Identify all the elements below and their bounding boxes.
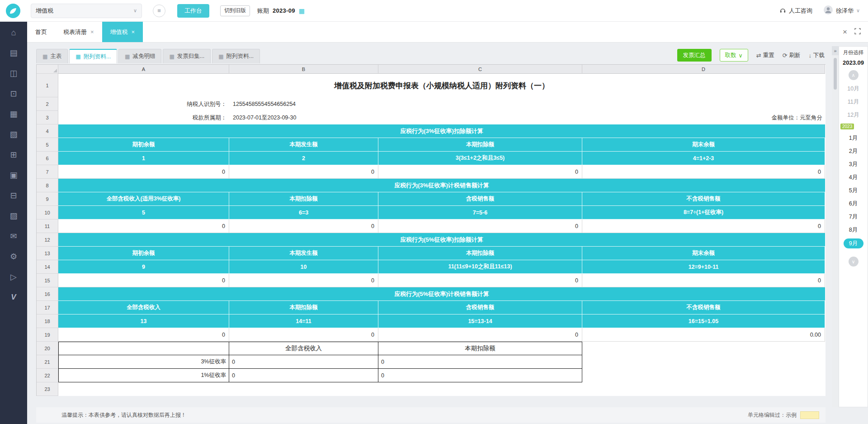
workbench-button[interactable]: 工作台 bbox=[177, 4, 209, 18]
row-number[interactable]: 22 bbox=[37, 369, 58, 382]
sidebar-item-invoices[interactable]: ⊟ bbox=[5, 190, 22, 201]
month-item[interactable]: 8月 bbox=[849, 225, 858, 234]
support-link[interactable]: 人工咨询 bbox=[779, 7, 812, 15]
column-header-c[interactable]: C bbox=[378, 65, 582, 74]
sub-table-value-cell[interactable]: 0 bbox=[378, 355, 582, 369]
month-item[interactable]: 3月 bbox=[849, 160, 858, 169]
value-cell[interactable]: 0 bbox=[582, 274, 825, 287]
value-cell[interactable]: 0 bbox=[582, 165, 825, 179]
row-number[interactable]: 19 bbox=[37, 328, 58, 342]
row-number[interactable]: 12 bbox=[37, 233, 58, 247]
month-item[interactable]: 4月 bbox=[849, 173, 858, 182]
row-number[interactable]: 7 bbox=[37, 165, 58, 179]
fullscreen-icon[interactable] bbox=[854, 28, 861, 36]
sidebar-item-company[interactable]: ▦ bbox=[5, 109, 22, 119]
value-cell[interactable]: 0 bbox=[378, 328, 582, 342]
close-icon[interactable]: × bbox=[90, 29, 94, 35]
row-number[interactable]: 3 bbox=[37, 111, 58, 124]
scroll-up-icon[interactable]: ∧ bbox=[849, 70, 859, 80]
value-cell[interactable]: 0 bbox=[229, 219, 378, 233]
value-cell[interactable]: 0 bbox=[229, 328, 378, 342]
column-header-a[interactable]: A bbox=[58, 65, 229, 74]
sub-table-value-cell[interactable]: 0 bbox=[229, 369, 378, 382]
tab-vat[interactable]: 增值税 × bbox=[102, 22, 143, 42]
row-number[interactable]: 4 bbox=[37, 124, 58, 138]
calendar-icon[interactable]: ▦ bbox=[299, 7, 305, 14]
refresh-button[interactable]: ⟳ 刷新 bbox=[783, 52, 801, 59]
value-cell[interactable]: 0 bbox=[58, 274, 229, 287]
row-number[interactable]: 11 bbox=[37, 219, 58, 233]
row-number[interactable]: 1 bbox=[37, 74, 58, 97]
sidebar-item-messages[interactable]: ✉ bbox=[5, 231, 22, 242]
invoice-summary-button[interactable]: 发票汇总 bbox=[677, 49, 712, 62]
sheet-tab-invoice-collect[interactable]: ▦ 发票归集... bbox=[163, 49, 211, 63]
row-number[interactable]: 15 bbox=[37, 274, 58, 287]
value-cell[interactable]: 0 bbox=[229, 165, 378, 179]
sidebar-item-ledger[interactable]: ▧ bbox=[5, 129, 22, 140]
download-button[interactable]: ↓ 下载 bbox=[809, 52, 825, 59]
sidebar-item-tax[interactable]: ⊞ bbox=[5, 149, 22, 160]
sub-table-value-cell[interactable]: 0 bbox=[378, 369, 582, 382]
row-number[interactable]: 16 bbox=[37, 287, 58, 301]
column-header-d[interactable]: D bbox=[582, 65, 825, 74]
row-number[interactable]: 6 bbox=[37, 152, 58, 165]
column-header-b[interactable]: B bbox=[229, 65, 378, 74]
month-item[interactable]: 11月 bbox=[848, 97, 859, 106]
row-number[interactable]: 23 bbox=[37, 382, 58, 396]
row-number[interactable]: 8 bbox=[37, 179, 58, 192]
row-number[interactable]: 14 bbox=[37, 260, 58, 274]
row-number[interactable]: 9 bbox=[37, 192, 58, 206]
month-item[interactable]: 12月 bbox=[847, 110, 859, 119]
value-cell[interactable]: 0.00 bbox=[582, 328, 825, 342]
value-cell[interactable]: 0 bbox=[582, 219, 825, 233]
sheet-tab-main[interactable]: ▦ 主表 bbox=[36, 49, 68, 63]
row-number[interactable]: 17 bbox=[37, 301, 58, 314]
value-cell[interactable]: 0 bbox=[229, 274, 378, 287]
month-item[interactable]: 2月 bbox=[849, 147, 858, 156]
task-list-icon[interactable]: ≡ bbox=[153, 5, 165, 17]
close-icon[interactable]: × bbox=[132, 29, 135, 35]
sidebar-brand-icon[interactable]: V bbox=[5, 292, 22, 303]
sidebar-item-documents[interactable]: ▨ bbox=[5, 210, 22, 221]
fetch-data-button[interactable]: 取数 ∨ bbox=[720, 49, 748, 62]
sidebar-item-tutorials[interactable]: ▷ bbox=[5, 272, 22, 282]
row-number[interactable]: 21 bbox=[37, 355, 58, 369]
sub-table-value-cell[interactable]: 0 bbox=[229, 355, 378, 369]
period-value[interactable]: 2023-09 bbox=[273, 7, 295, 14]
collapse-panel-icon[interactable]: » bbox=[832, 46, 839, 55]
sidebar-item-funds[interactable]: ⊡ bbox=[5, 88, 22, 99]
month-item[interactable]: 10月 bbox=[847, 84, 859, 93]
sidebar-item-billing[interactable]: ▤ bbox=[5, 48, 22, 58]
value-cell[interactable]: 0 bbox=[58, 165, 229, 179]
sidebar-item-assets[interactable]: ▣ bbox=[5, 170, 22, 181]
sidebar-item-settings[interactable]: ⚙ bbox=[5, 251, 22, 262]
value-cell[interactable]: 0 bbox=[378, 219, 582, 233]
module-select[interactable]: 增值税 ∨ bbox=[31, 4, 142, 18]
reset-button[interactable]: ⇄ 重置 bbox=[756, 52, 774, 59]
select-all-corner[interactable] bbox=[37, 65, 58, 74]
scroll-down-icon[interactable]: ∨ bbox=[849, 257, 859, 267]
month-item[interactable]: 5月 bbox=[849, 186, 858, 195]
row-number[interactable]: 18 bbox=[37, 314, 58, 328]
value-cell[interactable]: 0 bbox=[58, 219, 229, 233]
value-cell[interactable]: 0 bbox=[378, 165, 582, 179]
tab-tax-list[interactable]: 税表清册 × bbox=[55, 22, 102, 42]
app-logo-icon[interactable] bbox=[5, 3, 21, 19]
sidebar-item-home[interactable]: ⌂ bbox=[5, 27, 22, 38]
row-number[interactable]: 2 bbox=[37, 97, 58, 111]
sheet-tab-appendix2[interactable]: ▦ 附列资料... bbox=[212, 49, 260, 63]
sheet-tab-reduction[interactable]: ▦ 减免明细 bbox=[118, 49, 161, 63]
switch-old-version-button[interactable]: 切到旧版 bbox=[220, 5, 250, 16]
sheet-tab-appendix1[interactable]: ▦ 附列资料... bbox=[69, 49, 117, 63]
row-number[interactable]: 5 bbox=[37, 138, 58, 152]
month-item[interactable]: 7月 bbox=[849, 212, 858, 221]
row-number[interactable]: 10 bbox=[37, 206, 58, 219]
row-number[interactable]: 20 bbox=[37, 342, 58, 355]
vertical-scrollbar[interactable] bbox=[834, 58, 837, 90]
tab-home[interactable]: 首页 bbox=[27, 22, 55, 42]
month-item-active[interactable]: 9月 bbox=[844, 238, 863, 248]
month-item[interactable]: 1月 bbox=[849, 133, 858, 143]
close-all-tabs-icon[interactable]: × bbox=[843, 28, 847, 37]
value-cell[interactable]: 0 bbox=[378, 274, 582, 287]
month-item[interactable]: 6月 bbox=[849, 199, 858, 208]
